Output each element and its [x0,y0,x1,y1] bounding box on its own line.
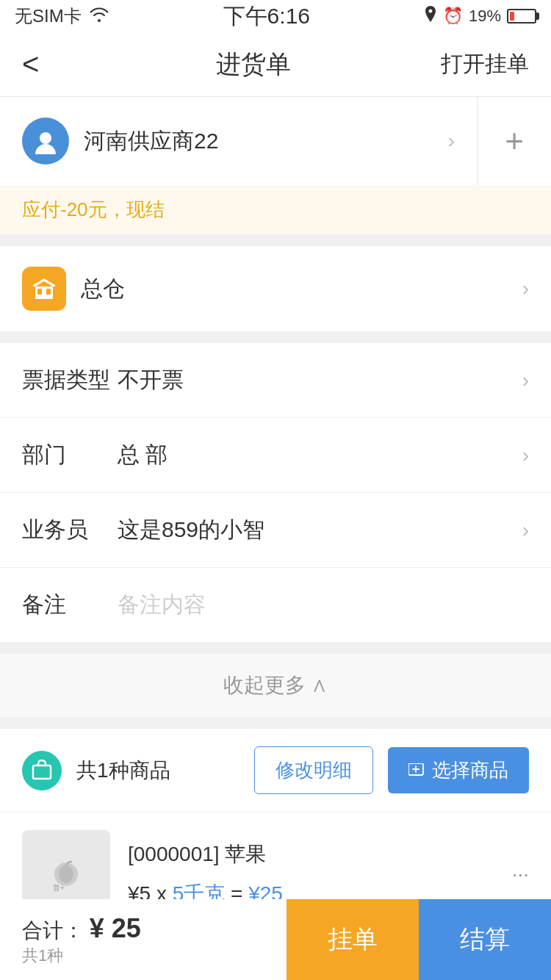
page-title: 进货单 [216,48,291,82]
remark-label: 备注 [22,590,118,620]
products-count: 共1种商品 [76,757,240,785]
supplier-selector[interactable]: 河南供应商22 › [0,97,478,185]
warehouse-chevron-icon: › [522,277,529,300]
salesperson-chevron-icon: › [522,519,529,542]
edit-detail-button[interactable]: 修改明细 [254,746,373,794]
status-left: 无SIM卡 [15,4,109,28]
open-pending-button[interactable]: 打开挂单 [441,49,529,79]
total-amount: ¥ 25 [90,913,141,943]
svg-rect-1 [33,765,51,779]
invoice-label: 票据类型 [22,365,118,395]
status-time: 下午6:16 [223,1,310,32]
warehouse-name: 总仓 [81,274,515,304]
supplier-avatar [22,118,69,165]
products-header: 共1种商品 修改明细 选择商品 [0,729,551,813]
remark-input[interactable]: 备注内容 [118,590,529,620]
salesperson-label: 业务员 [22,515,118,545]
add-button[interactable]: + [478,97,551,185]
total-label: 合计： [22,919,84,942]
invoice-chevron-icon: › [522,369,529,392]
invoice-value: 不开票 [118,365,515,395]
product-info: [0000001] 苹果 ¥5 x 5千克 = ¥25 [128,840,512,908]
department-label: 部门 [22,440,118,470]
total-count: 共1种 [22,945,264,967]
department-row[interactable]: 部门 总 部 › [0,418,551,493]
supplier-section: 河南供应商22 › + [0,97,551,185]
nav-bar: < 进货单 打开挂单 [0,32,551,97]
svg-text:普+: 普+ [53,884,65,892]
svg-point-4 [59,865,73,883]
svg-point-0 [40,132,51,144]
bottom-bar: 合计： ¥ 25 共1种 挂单 结算 [0,899,551,980]
carrier-label: 无SIM卡 [15,4,82,28]
total-row: 合计： ¥ 25 [22,913,264,945]
salesperson-value: 这是859的小智 [118,515,515,545]
alarm-icon: ⏰ [443,7,463,26]
notice-bar: 应付-20元，现结 [0,185,551,234]
product-name: [0000001] 苹果 [128,840,512,868]
supplier-chevron-icon: › [448,129,455,153]
status-right: ⏰ 19% [424,6,536,26]
back-button[interactable]: < [22,48,66,81]
main-content: 河南供应商22 › + 应付-20元，现结 总仓 › 票据类型 不开票 › 部门… [0,97,551,980]
battery-icon [507,9,536,24]
location-icon [424,6,437,26]
form-section: 票据类型 不开票 › 部门 总 部 › 业务员 这是859的小智 › 备注 备注… [0,343,551,642]
supplier-name: 河南供应商22 [84,126,441,156]
wifi-icon [89,6,109,26]
battery-text: 19% [469,7,501,26]
select-product-label: 选择商品 [432,757,508,783]
warehouse-icon [22,267,66,311]
select-product-button[interactable]: 选择商品 [388,747,529,793]
total-section: 合计： ¥ 25 共1种 [0,913,287,967]
salesperson-row[interactable]: 业务员 这是859的小智 › [0,493,551,568]
hang-button[interactable]: 挂单 [287,899,419,980]
remark-row[interactable]: 备注 备注内容 [0,568,551,642]
product-more-button[interactable]: ··· [512,862,529,886]
department-chevron-icon: › [522,444,529,467]
collapse-button[interactable]: 收起更多 ∧ [0,654,551,717]
warehouse-selector[interactable]: 总仓 › [0,246,551,331]
products-icon [22,751,62,790]
invoice-type-row[interactable]: 票据类型 不开票 › [0,343,551,418]
status-bar: 无SIM卡 下午6:16 ⏰ 19% [0,0,551,32]
checkout-button[interactable]: 结算 [419,899,551,980]
department-value: 总 部 [118,440,515,470]
